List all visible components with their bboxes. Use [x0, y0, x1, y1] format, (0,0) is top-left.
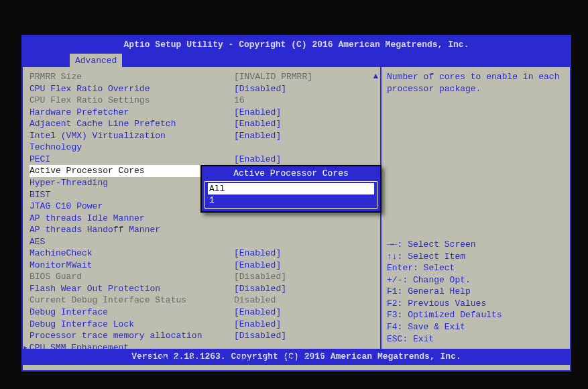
setting-label: AES — [30, 236, 234, 248]
popup-active-processor-cores: Active Processor Cores All1 — [200, 165, 381, 213]
setting-label: Flash Wear Out Protection — [30, 283, 234, 295]
setting-row[interactable]: CPU Flex Ratio Override[Disabled] — [30, 83, 377, 95]
setting-value: [Enabled] — [234, 307, 281, 319]
popup-option[interactable]: All — [208, 183, 374, 195]
setting-row[interactable]: Flash Wear Out Protection[Disabled] — [30, 283, 377, 295]
legend-line: F1: General Help — [387, 286, 502, 298]
setting-row[interactable]: FCLK Frequency for Early Power On[Normal… — [30, 353, 377, 366]
setting-value: [Enabled] — [234, 107, 281, 119]
setting-label: Debug Interface Lock — [30, 319, 234, 331]
setting-value: [Enabled] — [234, 130, 281, 142]
popup-title: Active Processor Cores — [202, 166, 380, 181]
setting-value: [Enabled] — [234, 247, 281, 260]
setting-label: Debug Interface — [30, 307, 234, 319]
setting-row[interactable]: Adjacent Cache Line Prefetch[Enabled] — [30, 118, 377, 130]
setting-row[interactable]: PRMRR Size[INVALID PRMRR] — [30, 71, 377, 83]
setting-label: AP threads Handoff Manner — [30, 224, 234, 236]
setting-row[interactable]: Current Debug Interface StatusDisabled — [30, 294, 377, 307]
setting-label: CPU Flex Ratio Settings — [30, 95, 234, 107]
setting-row[interactable]: PECI[Enabled] — [30, 154, 377, 166]
setting-value: [Normal (800Mhz)] — [234, 353, 323, 366]
setting-row[interactable]: AP threads Handoff Manner — [30, 224, 377, 236]
setting-value: [Enabled] — [234, 154, 281, 166]
setting-row[interactable]: AP threads Idle Manner — [30, 213, 377, 225]
setting-value: [Enabled] — [234, 118, 281, 130]
setting-row[interactable]: Technology — [30, 142, 377, 154]
key-legend: →←: Select Screen↑↓: Select ItemEnter: S… — [387, 239, 502, 345]
setting-value: [Disabled] — [234, 283, 286, 295]
setting-label: PRMRR Size — [30, 71, 234, 83]
setting-label: Processor trace memory allocation — [30, 330, 234, 342]
setting-label: MonitorMWait — [30, 260, 234, 272]
setting-row[interactable]: Intel (VMX) Virtualization[Enabled] — [30, 130, 377, 142]
setting-row[interactable]: BIOS Guard[Disabled] — [30, 271, 377, 283]
main-area: ▲ PRMRR Size[INVALID PRMRR]CPU Flex Rati… — [23, 67, 570, 349]
legend-line: ESC: Exit — [387, 333, 502, 345]
setting-label: FCLK Frequency for Early Power On — [30, 353, 234, 366]
setting-label: CPU SMM Enhancement — [30, 342, 234, 354]
tab-advanced[interactable]: Advanced — [70, 54, 122, 68]
setting-label: Hardware Prefetcher — [30, 107, 234, 119]
setting-value: [INVALID PRMRR] — [234, 71, 312, 83]
setting-label: PECI — [30, 154, 234, 166]
title-text: Aptio Setup Utility - Copyright (C) 2016… — [124, 40, 469, 50]
setting-row[interactable]: Processor trace memory allocation[Disabl… — [30, 330, 377, 342]
popup-option[interactable]: 1 — [208, 194, 374, 207]
legend-line: F2: Previous Values — [387, 298, 502, 310]
setting-label: Technology — [30, 142, 234, 154]
setting-row[interactable]: Debug Interface Lock[Enabled] — [30, 319, 377, 331]
settings-list[interactable]: PRMRR Size[INVALID PRMRR]CPU Flex Ratio … — [30, 71, 377, 366]
title-bar: Aptio Setup Utility - Copyright (C) 2016… — [23, 36, 570, 54]
setting-label: AP threads Idle Manner — [30, 213, 234, 225]
setting-label: CPU Flex Ratio Override — [30, 83, 234, 95]
tab-row: Advanced — [23, 54, 570, 68]
setting-row[interactable]: CPU Flex Ratio Settings16 — [30, 95, 377, 107]
setting-label: Current Debug Interface Status — [30, 294, 234, 307]
setting-value: [Disabled] — [234, 271, 286, 283]
settings-panel: ▲ PRMRR Size[INVALID PRMRR]CPU Flex Rati… — [23, 67, 381, 349]
setting-value: [Enabled] — [234, 260, 281, 272]
setting-row[interactable]: AES — [30, 236, 377, 248]
setting-label: BIOS Guard — [30, 271, 234, 283]
legend-line: F3: Optimized Defaults — [387, 309, 502, 321]
setting-value: [Disabled] — [234, 83, 286, 95]
help-text: Number of cores to enable in each proces… — [387, 71, 565, 95]
legend-line: →←: Select Screen — [387, 239, 502, 251]
legend-line: +/-: Change Opt. — [387, 274, 502, 286]
setting-label: Intel (VMX) Virtualization — [30, 130, 234, 142]
setting-row[interactable]: ▸CPU SMM Enhancement — [30, 342, 377, 354]
legend-line: ↑↓: Select Item — [387, 251, 502, 263]
help-panel: Number of cores to enable in each proces… — [381, 67, 570, 349]
scroll-up-icon: ▲ — [373, 71, 378, 82]
submenu-arrow-icon: ▸ — [23, 342, 30, 354]
tab-label: Advanced — [75, 56, 117, 66]
setting-row[interactable]: Hardware Prefetcher[Enabled] — [30, 107, 377, 119]
setting-label: Adjacent Cache Line Prefetch — [30, 118, 234, 130]
setting-value: Disabled — [234, 294, 276, 307]
setting-row[interactable]: MonitorMWait[Enabled] — [30, 260, 377, 272]
setting-value: 16 — [234, 95, 245, 107]
legend-line: F4: Save & Exit — [387, 321, 502, 333]
setting-row[interactable]: MachineCheck[Enabled] — [30, 247, 377, 260]
setting-row[interactable]: Debug Interface[Enabled] — [30, 307, 377, 319]
setting-label: MachineCheck — [30, 247, 234, 260]
setting-value: [Enabled] — [234, 319, 281, 331]
popup-body[interactable]: All1 — [204, 181, 377, 209]
setting-value: [Disabled] — [234, 330, 286, 342]
bios-screen: Aptio Setup Utility - Copyright (C) 2016… — [21, 35, 571, 372]
legend-line: Enter: Select — [387, 262, 502, 274]
